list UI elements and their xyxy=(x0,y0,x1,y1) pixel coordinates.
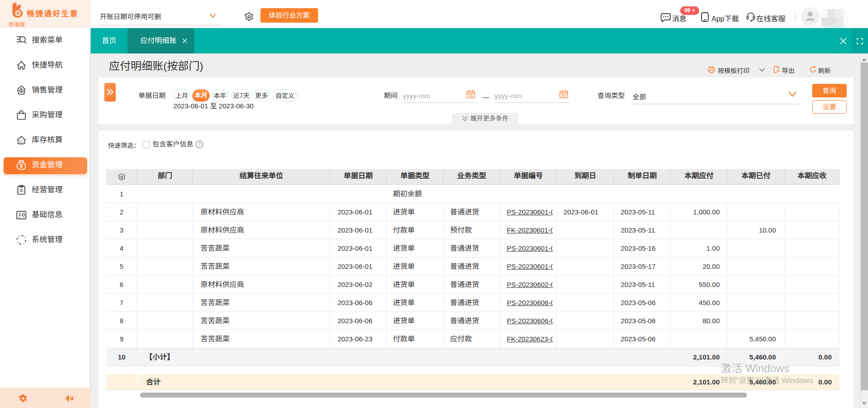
svg-text:?: ? xyxy=(198,141,201,147)
svg-text:$: $ xyxy=(20,88,23,93)
svg-text:¥: ¥ xyxy=(20,163,23,169)
